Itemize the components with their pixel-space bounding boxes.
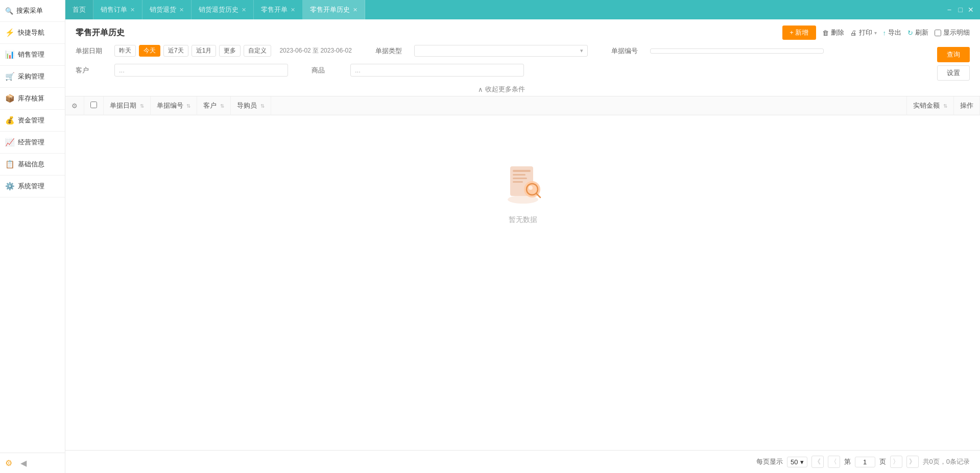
filter-rows: 单据日期 昨天 今天 近7天 近1月 更多 自定义 2023-06-02 至 2… bbox=[76, 45, 927, 96]
close-sales-return-history-tab[interactable]: ✕ bbox=[242, 7, 246, 13]
sidebar-bottom: ⚙ ◀ bbox=[0, 453, 65, 473]
tab-retail-open[interactable]: 零售开单 ✕ bbox=[254, 0, 303, 19]
tab-sales-order[interactable]: 销售订单 ✕ bbox=[93, 0, 142, 19]
tab-home[interactable]: 首页 bbox=[65, 0, 93, 19]
inventory-icon: 📦 bbox=[5, 94, 15, 103]
type-filter-select[interactable]: ▾ bbox=[414, 45, 588, 57]
sidebar-item-system[interactable]: ⚙️ 系统管理 bbox=[0, 176, 65, 197]
settings-icon[interactable]: ⚙ bbox=[5, 458, 12, 468]
sidebar-item-label: 资金管理 bbox=[18, 116, 44, 125]
number-filter-label: 单据编号 bbox=[611, 46, 642, 56]
tab-retail-open-history[interactable]: 零售开单历史 ✕ bbox=[303, 0, 365, 19]
svg-point-9 bbox=[529, 186, 533, 190]
prev-page-btn[interactable]: 〈 bbox=[828, 456, 840, 468]
svg-rect-2 bbox=[513, 170, 531, 172]
goods-filter-label: 商品 bbox=[312, 66, 342, 75]
new-button[interactable]: + 新增 bbox=[782, 26, 816, 40]
window-minimize[interactable]: － bbox=[945, 5, 953, 15]
sidebar-item-finance[interactable]: 💰 资金管理 bbox=[0, 110, 65, 132]
sidebar-item-quick-nav[interactable]: ⚡ 快捷导航 bbox=[0, 22, 65, 44]
select-all-checkbox[interactable] bbox=[90, 102, 97, 108]
date-sort-icon: ⇅ bbox=[140, 103, 144, 109]
col-checkbox[interactable] bbox=[84, 96, 104, 115]
col-guide[interactable]: 导购员 ⇅ bbox=[230, 96, 271, 115]
close-retail-open-history-tab[interactable]: ✕ bbox=[353, 7, 357, 13]
sidebar-item-label: 采购管理 bbox=[18, 72, 44, 81]
sidebar-search[interactable]: 🔍 搜索采单 bbox=[0, 0, 65, 22]
date-btn-custom[interactable]: 自定义 bbox=[244, 45, 271, 57]
pagination: 每页显示 50 ▾ 《 〈 第 页 〉 》 共0页，0条记录 bbox=[65, 450, 980, 473]
date-btn-more[interactable]: 更多 bbox=[219, 45, 241, 57]
page-title: 零售开单历史 bbox=[76, 28, 125, 38]
sidebar-item-label: 基础信息 bbox=[18, 160, 44, 169]
customer-input-dots: ... bbox=[119, 66, 125, 74]
collapse-more-btn[interactable]: ∧ 收起更多条件 bbox=[76, 83, 927, 96]
display-col-toggle[interactable]: 显示明细 bbox=[935, 28, 970, 37]
last-page-btn[interactable]: 》 bbox=[906, 456, 919, 468]
date-range-display: 2023-06-02 至 2023-06-02 bbox=[279, 46, 351, 55]
tab-sales-return-history[interactable]: 销货退货历史 ✕ bbox=[192, 0, 254, 19]
tab-sales-return-history-label: 销货退货历史 bbox=[199, 5, 238, 14]
filter-settings-button[interactable]: 设置 bbox=[937, 65, 970, 81]
number-filter-input[interactable] bbox=[650, 48, 824, 54]
date-btn-1month[interactable]: 近1月 bbox=[192, 45, 217, 57]
close-retail-open-tab[interactable]: ✕ bbox=[291, 7, 295, 13]
page-number-input[interactable] bbox=[855, 457, 875, 467]
display-col-label: 显示明细 bbox=[943, 28, 970, 37]
collapse-sidebar-icon[interactable]: ◀ bbox=[20, 458, 27, 468]
page-size-label: 每页显示 bbox=[756, 457, 783, 466]
date-btn-yesterday[interactable]: 昨天 bbox=[114, 45, 136, 57]
display-col-checkbox[interactable] bbox=[935, 30, 941, 36]
window-close[interactable]: ✕ bbox=[968, 6, 974, 14]
page-label: 第 bbox=[844, 457, 851, 466]
sidebar-item-sales-mgmt[interactable]: 📊 销售管理 bbox=[0, 44, 65, 66]
sidebar-item-operations[interactable]: 📈 经营管理 bbox=[0, 132, 65, 154]
quick-nav-icon: ⚡ bbox=[5, 28, 15, 37]
sidebar-item-basic-info[interactable]: 📋 基础信息 bbox=[0, 154, 65, 176]
date-btn-today[interactable]: 今天 bbox=[139, 45, 160, 57]
tab-retail-open-label: 零售开单 bbox=[261, 5, 288, 14]
refresh-button[interactable]: ↻ 刷新 bbox=[907, 28, 928, 37]
first-page-btn[interactable]: 《 bbox=[811, 456, 824, 468]
empty-icon bbox=[497, 156, 548, 207]
customer-filter-input[interactable]: ... bbox=[114, 64, 288, 77]
goods-input-dots: ... bbox=[355, 66, 361, 74]
collapse-more-label: 收起更多条件 bbox=[485, 85, 525, 94]
col-number[interactable]: 单据编号 ⇅ bbox=[150, 96, 197, 115]
goods-filter-input[interactable]: ... bbox=[350, 64, 524, 77]
print-dropdown-icon: ▾ bbox=[874, 30, 877, 36]
svg-rect-4 bbox=[513, 178, 527, 179]
sidebar-item-purchase-mgmt[interactable]: 🛒 采购管理 bbox=[0, 66, 65, 88]
filter-row-1: 单据日期 昨天 今天 近7天 近1月 更多 自定义 2023-06-02 至 2… bbox=[76, 45, 927, 60]
main-content: 首页 销售订单 ✕ 销货退货 ✕ 销货退货历史 ✕ 零售开单 ✕ 零售开单历史 … bbox=[65, 0, 980, 473]
export-label: 导出 bbox=[888, 28, 901, 37]
close-sales-return-tab[interactable]: ✕ bbox=[179, 7, 184, 13]
col-customer[interactable]: 客户 ⇅ bbox=[197, 96, 231, 115]
customer-filter-label: 客户 bbox=[76, 66, 106, 75]
tab-sales-return[interactable]: 销货退货 ✕ bbox=[142, 0, 192, 19]
col-amount[interactable]: 实销金额 ⇅ bbox=[907, 96, 954, 115]
print-button[interactable]: 🖨 打印 ▾ bbox=[850, 28, 877, 37]
table-container: ⚙ 单据日期 ⇅ 单据编号 ⇅ 客户 ⇅ bbox=[65, 96, 980, 450]
export-icon: ↑ bbox=[883, 29, 887, 37]
query-button[interactable]: 查询 bbox=[937, 47, 970, 62]
page-size-arrow: ▾ bbox=[800, 458, 804, 466]
window-maximize[interactable]: □ bbox=[959, 6, 963, 14]
refresh-icon: ↻ bbox=[907, 29, 913, 37]
close-sales-order-tab[interactable]: ✕ bbox=[130, 7, 135, 13]
sidebar-item-inventory[interactable]: 📦 库存核算 bbox=[0, 88, 65, 110]
col-date[interactable]: 单据日期 ⇅ bbox=[104, 96, 151, 115]
top-nav: 首页 销售订单 ✕ 销货退货 ✕ 销货退货历史 ✕ 零售开单 ✕ 零售开单历史 … bbox=[65, 0, 980, 19]
svg-rect-5 bbox=[513, 181, 523, 183]
next-page-btn[interactable]: 〉 bbox=[890, 456, 902, 468]
col-gear[interactable]: ⚙ bbox=[65, 96, 84, 115]
date-btn-7days[interactable]: 近7天 bbox=[163, 45, 188, 57]
page-size-select[interactable]: 50 ▾ bbox=[787, 457, 807, 467]
filter-row-2: 客户 ... 商品 ... bbox=[76, 64, 927, 79]
page-title-row: 零售开单历史 + 新增 🗑 删除 🖨 打印 ▾ ↑ 导出 ↻ bbox=[76, 26, 970, 40]
export-button[interactable]: ↑ 导出 bbox=[883, 28, 902, 37]
sidebar-item-label: 经营管理 bbox=[18, 138, 44, 147]
collapse-up-icon: ∧ bbox=[478, 86, 483, 93]
delete-button[interactable]: 🗑 删除 bbox=[822, 28, 844, 37]
system-icon: ⚙️ bbox=[5, 182, 15, 191]
